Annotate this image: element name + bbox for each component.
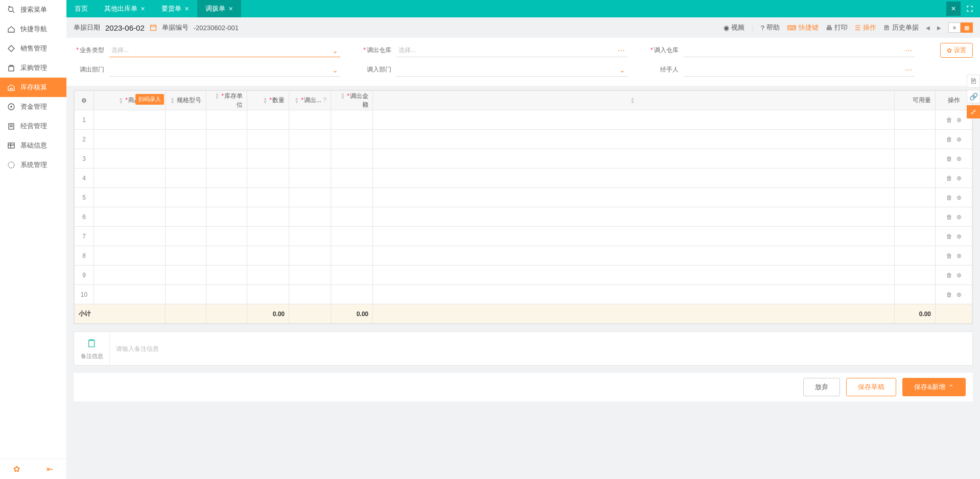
main: 首页 其他出库单✕ 要货单✕ 调拨单✕ ✕ 单据日期 2023-06-02 单据…: [66, 0, 980, 479]
sidebar-item-funds[interactable]: 资金管理: [0, 97, 66, 116]
sidebar-item-label: 销售管理: [20, 44, 47, 53]
sidebar-item-business[interactable]: 经营管理: [0, 116, 66, 136]
view-form-button[interactable]: ▦: [961, 22, 973, 33]
add-row-icon[interactable]: ⊕: [956, 291, 962, 298]
svg-point-5: [8, 162, 14, 168]
out-dept-input[interactable]: [109, 63, 340, 77]
sidebar-item-inventory[interactable]: 库存核算: [0, 78, 66, 97]
note-input[interactable]: [110, 332, 972, 365]
table-row[interactable]: 2🗑⊕: [75, 130, 972, 149]
history-button[interactable]: 🖹 历史单据: [883, 23, 919, 32]
add-row-icon[interactable]: ⊕: [956, 252, 962, 259]
delete-row-icon[interactable]: 🗑: [946, 155, 952, 162]
th-qty[interactable]: ▲▼数量: [247, 91, 289, 110]
table-row[interactable]: 4🗑⊕: [75, 169, 972, 188]
sidebar-item-purchase[interactable]: 采购管理: [0, 58, 66, 78]
th-product[interactable]: ▲▼商品扫码录入: [94, 91, 166, 110]
th-amt[interactable]: ▲▼调出金额: [331, 91, 373, 110]
delete-row-icon[interactable]: 🗑: [946, 136, 952, 143]
sidebar-item-sales[interactable]: 销售管理: [0, 39, 66, 58]
add-row-icon[interactable]: ⊕: [956, 233, 962, 240]
delete-row-icon[interactable]: 🗑: [946, 175, 952, 182]
tab-request[interactable]: 要货单✕: [153, 0, 197, 17]
print-button[interactable]: 🖶 打印: [826, 23, 848, 32]
table-row[interactable]: 10🗑⊕: [75, 285, 972, 304]
sidebar: 搜索菜单 快捷导航 销售管理 采购管理 库存核算 资金管理 经营管理 基础信息: [0, 0, 66, 479]
prev-doc-button[interactable]: ◀: [926, 25, 930, 31]
th-out[interactable]: ▲▼调出... ?: [289, 91, 331, 110]
table-row[interactable]: 6🗑⊕: [75, 207, 972, 227]
table-row[interactable]: 3🗑⊕: [75, 149, 972, 169]
search-icon: [7, 6, 15, 14]
action-button[interactable]: ☰ 操作: [855, 23, 876, 32]
sidebar-item-label: 经营管理: [20, 122, 47, 131]
next-doc-button[interactable]: ▶: [937, 25, 941, 31]
out-wh-input[interactable]: [396, 43, 627, 57]
delete-row-icon[interactable]: 🗑: [946, 252, 952, 259]
settings-gear-button[interactable]: ✿: [0, 459, 33, 479]
delete-row-icon[interactable]: 🗑: [946, 233, 952, 240]
calendar-icon[interactable]: [150, 24, 157, 31]
add-row-icon[interactable]: ⊕: [956, 194, 962, 201]
sidebar-item-search[interactable]: 搜索菜单: [0, 0, 66, 19]
th-gear[interactable]: ⚙: [75, 91, 94, 110]
sidebar-item-system[interactable]: 系统管理: [0, 155, 66, 175]
close-icon[interactable]: ✕: [228, 6, 233, 12]
biz-type-input[interactable]: [109, 43, 340, 57]
add-row-icon[interactable]: ⊕: [956, 213, 962, 221]
close-icon[interactable]: ✕: [141, 6, 145, 12]
date-value[interactable]: 2023-06-02: [105, 23, 145, 32]
delete-row-icon[interactable]: 🗑: [946, 213, 952, 221]
close-icon[interactable]: ✕: [184, 6, 189, 12]
rail-doc-button[interactable]: 🖹: [967, 75, 980, 88]
handler-input[interactable]: [684, 63, 915, 77]
discard-button[interactable]: 放弃: [803, 378, 840, 396]
th-avail[interactable]: 可用量: [895, 91, 936, 110]
shortcut-button[interactable]: ⌨ 快捷键: [787, 23, 819, 32]
date-label: 单据日期: [74, 23, 100, 32]
table-row[interactable]: 1🗑⊕: [75, 110, 972, 130]
row-index: 6: [75, 207, 94, 227]
table-row[interactable]: 7🗑⊕: [75, 227, 972, 246]
row-index: 10: [75, 285, 94, 304]
th-unit[interactable]: ▲▼库存单位: [206, 91, 247, 110]
scan-tag[interactable]: 扫码录入: [135, 94, 164, 105]
add-row-icon[interactable]: ⊕: [956, 136, 962, 143]
save-new-button[interactable]: 保存&新增 ⌃: [902, 378, 966, 396]
delete-row-icon[interactable]: 🗑: [946, 116, 952, 124]
grid: ⚙ ▲▼商品扫码录入 ▲▼规格型号 ▲▼库存单位 ▲▼数量 ▲▼调出... ? …: [74, 90, 973, 324]
add-row-icon[interactable]: ⊕: [956, 155, 962, 162]
add-row-icon[interactable]: ⊕: [956, 272, 962, 279]
close-all-button[interactable]: ✕: [946, 2, 961, 16]
help-button[interactable]: ? 帮助: [761, 23, 780, 32]
ring-icon: [7, 161, 15, 169]
table-row[interactable]: 8🗑⊕: [75, 246, 972, 266]
video-button[interactable]: ◉ 视频: [724, 23, 744, 32]
collapse-button[interactable]: ⇤: [33, 459, 66, 479]
rail-link-button[interactable]: 🔗: [967, 90, 980, 103]
chevron-up-icon: ⌃: [948, 384, 954, 391]
fullscreen-button[interactable]: [963, 2, 977, 16]
button-bar: 放弃 保存草稿 保存&新增 ⌃: [74, 373, 973, 401]
delete-row-icon[interactable]: 🗑: [946, 272, 952, 279]
table-row[interactable]: 5🗑⊕: [75, 188, 972, 207]
view-toggle: ≡ ▦: [948, 22, 973, 33]
save-draft-button[interactable]: 保存草稿: [846, 378, 896, 396]
add-row-icon[interactable]: ⊕: [956, 116, 962, 124]
th-spec[interactable]: ▲▼规格型号: [166, 91, 206, 110]
in-wh-input[interactable]: [684, 43, 915, 57]
rail-expand-button[interactable]: ⤢: [967, 105, 980, 118]
in-dept-input[interactable]: [396, 63, 627, 77]
sidebar-item-basic[interactable]: 基础信息: [0, 136, 66, 155]
table-row[interactable]: 9🗑⊕: [75, 266, 972, 285]
delete-row-icon[interactable]: 🗑: [946, 291, 952, 298]
settings-button[interactable]: ✿ 设置: [940, 43, 973, 58]
tab-other-out[interactable]: 其他出库单✕: [96, 0, 153, 17]
sidebar-item-quicknav[interactable]: 快捷导航: [0, 19, 66, 39]
view-list-button[interactable]: ≡: [948, 22, 961, 33]
add-row-icon[interactable]: ⊕: [956, 175, 962, 182]
tab-home[interactable]: 首页: [66, 0, 96, 17]
delete-row-icon[interactable]: 🗑: [946, 194, 952, 201]
sidebar-item-label: 系统管理: [20, 160, 47, 170]
tab-transfer[interactable]: 调拨单✕: [197, 0, 241, 17]
